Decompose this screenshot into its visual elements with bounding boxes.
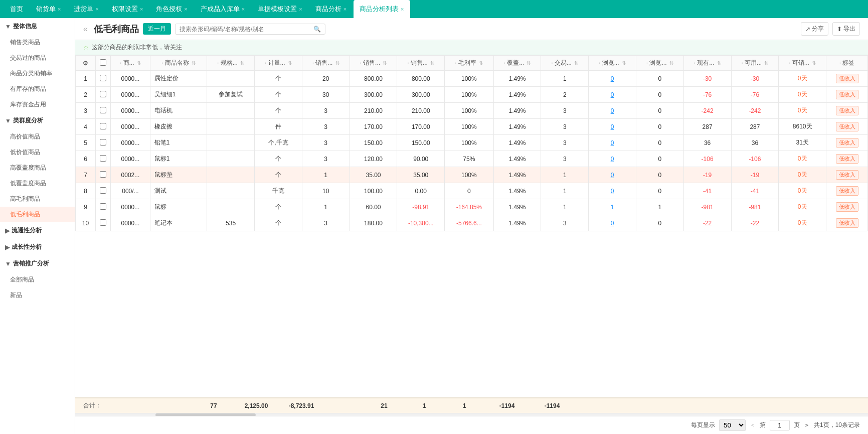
row-checkbox-cell[interactable] xyxy=(96,215,111,231)
nav-roles[interactable]: 角色授权 × xyxy=(150,0,193,18)
row-current: -22 xyxy=(683,215,731,231)
row-checkbox-cell[interactable] xyxy=(96,103,111,119)
sidebar-item-high-margin[interactable]: 高毛利商品 xyxy=(0,191,75,207)
row-view2: 0 xyxy=(636,183,683,199)
search-box: 🔍 xyxy=(175,24,325,35)
sidebar-item-stock-products[interactable]: 有库存的商品 xyxy=(0,81,75,97)
col-margin[interactable]: · 毛利率 ⇅ xyxy=(445,56,493,71)
sort-trade-icon: ⇅ xyxy=(574,60,578,66)
sidebar-item-high-coverage[interactable]: 高覆盖度商品 xyxy=(0,160,75,176)
row-checkbox[interactable] xyxy=(100,123,106,129)
next-page-btn[interactable]: ＞ xyxy=(804,421,810,429)
col-current[interactable]: · 现有... ⇅ xyxy=(683,56,731,71)
col-spec[interactable]: · 规格... ⇅ xyxy=(207,56,255,71)
nav-close-products-in[interactable]: × xyxy=(242,6,245,12)
row-checkbox[interactable] xyxy=(100,155,106,162)
col-sales-price[interactable]: · 销售... ⇅ xyxy=(350,56,397,71)
search-icon[interactable]: 🔍 xyxy=(313,26,321,33)
nav-purchase[interactable]: 进货单 × xyxy=(68,0,104,18)
pagination: 每页显示 50 100 200 ＜ 第 页 ＞ 共1页，10条记录 xyxy=(75,416,868,434)
row-checkbox[interactable] xyxy=(100,91,106,97)
search-input[interactable] xyxy=(180,26,311,33)
per-page-select[interactable]: 50 100 200 xyxy=(719,419,746,431)
select-all-checkbox[interactable] xyxy=(100,59,106,66)
row-checkbox[interactable] xyxy=(100,203,106,210)
nav-close-product-analysis[interactable]: × xyxy=(343,6,346,12)
col-coverage[interactable]: · 覆盖... ⇅ xyxy=(493,56,541,71)
col-settings[interactable]: ⚙ xyxy=(76,56,96,71)
nav-close-purchase[interactable]: × xyxy=(95,6,98,12)
sidebar-item-stock-capital[interactable]: 库存资金占用 xyxy=(0,97,75,112)
sidebar-item-new-products[interactable]: 新品 xyxy=(0,287,75,303)
sidebar-item-low-coverage[interactable]: 低覆盖度商品 xyxy=(0,176,75,191)
row-checkbox[interactable] xyxy=(100,171,106,178)
page-input[interactable] xyxy=(770,420,790,430)
col-unit[interactable]: · 计量... ⇅ xyxy=(255,56,302,71)
row-checkbox[interactable] xyxy=(100,107,106,113)
row-checkbox[interactable] xyxy=(100,139,106,146)
nav-close-analysis-list[interactable]: × xyxy=(401,6,404,12)
nav-template[interactable]: 单据模板设置 × xyxy=(252,0,308,18)
row-no: 3 xyxy=(76,103,96,119)
date-filter-btn[interactable]: 近一月 xyxy=(143,23,171,35)
col-name[interactable]: · 商品名称 ⇅ xyxy=(150,56,207,71)
share-button[interactable]: ↗ 分享 xyxy=(801,22,828,36)
footer-trade xyxy=(324,402,364,409)
row-checkbox-cell[interactable] xyxy=(96,87,111,103)
prev-page-btn[interactable]: ＜ xyxy=(750,421,756,429)
col-sellable[interactable]: · 可销... ⇅ xyxy=(779,56,826,71)
row-checkbox-cell[interactable] xyxy=(96,151,111,167)
col-view2[interactable]: · 浏览... ⇅ xyxy=(636,56,683,71)
sidebar-item-traded-products[interactable]: 交易过的商品 xyxy=(0,50,75,66)
row-code: 0000... xyxy=(111,215,150,231)
nav-close-permissions[interactable]: × xyxy=(140,6,143,12)
nav-analysis-list[interactable]: 商品分析列表 × xyxy=(354,0,410,18)
nav-sales[interactable]: 销货单 × xyxy=(30,0,67,18)
row-name: 属性定价 xyxy=(150,71,207,87)
row-checkbox-cell[interactable] xyxy=(96,199,111,215)
row-sellable: 8610天 xyxy=(779,119,826,135)
row-checkbox[interactable] xyxy=(100,187,106,194)
row-checkbox-cell[interactable] xyxy=(96,135,111,151)
row-spec: 535 xyxy=(207,215,255,231)
col-available[interactable]: · 可用... ⇅ xyxy=(731,56,779,71)
row-checkbox-cell[interactable] xyxy=(96,119,111,135)
nav-home[interactable]: 首页 xyxy=(4,0,29,18)
collapse-sidebar-btn[interactable]: « xyxy=(83,25,88,34)
sidebar-item-high-value[interactable]: 高价值商品 xyxy=(0,129,75,144)
sidebar-item-sales-products[interactable]: 销售类商品 xyxy=(0,35,75,50)
row-coverage: 1.49% xyxy=(493,215,541,231)
row-checkbox-cell[interactable] xyxy=(96,167,111,183)
sidebar-group-cluster[interactable]: ▼ 类群度分析 xyxy=(0,112,75,129)
sidebar-item-low-value[interactable]: 低价值商品 xyxy=(0,144,75,160)
nav-close-roles[interactable]: × xyxy=(184,6,187,12)
sidebar-group-growth[interactable]: ▶ 成长性分析 xyxy=(0,239,75,255)
sidebar-group-overview[interactable]: ▼ 整体信息 xyxy=(0,18,75,35)
arrow-icon-cluster: ▼ xyxy=(5,117,11,124)
col-sales-qty[interactable]: · 销售... ⇅ xyxy=(302,56,350,71)
sidebar-group-marketing[interactable]: ▼ 营销推广分析 xyxy=(0,255,75,272)
sidebar-item-low-margin[interactable]: 低毛利商品 xyxy=(0,207,75,222)
row-checkbox[interactable] xyxy=(100,219,106,226)
nav-permissions[interactable]: 权限设置 × xyxy=(106,0,149,18)
col-trade[interactable]: · 交易... ⇅ xyxy=(541,56,589,71)
col-tag[interactable]: · 标签 xyxy=(826,56,868,71)
col-sales-profit[interactable]: · 销售... ⇅ xyxy=(397,56,445,71)
nav-products-in[interactable]: 产成品入库单 × xyxy=(195,0,251,18)
nav-product-analysis[interactable]: 商品分析 × xyxy=(309,0,353,18)
row-checkbox-cell[interactable] xyxy=(96,71,111,87)
nav-close-template[interactable]: × xyxy=(299,6,302,12)
row-checkbox-cell[interactable] xyxy=(96,183,111,199)
sidebar-group-flow[interactable]: ▶ 流通性分析 xyxy=(0,222,75,239)
col-code[interactable]: · 商... ⇅ xyxy=(111,56,150,71)
row-spec xyxy=(207,135,255,151)
col-checkbox[interactable] xyxy=(96,56,111,71)
sidebar-item-all-products[interactable]: 全部商品 xyxy=(0,272,75,287)
sidebar-item-category-rate[interactable]: 商品分类助销率 xyxy=(0,66,75,81)
nav-close-sales[interactable]: × xyxy=(58,6,61,12)
row-tag: 低收入 xyxy=(826,87,868,103)
col-view1[interactable]: · 浏览... ⇅ xyxy=(589,56,636,71)
row-view1: 1 xyxy=(589,199,636,215)
export-button[interactable]: ⬆ 导出 xyxy=(832,22,860,36)
row-checkbox[interactable] xyxy=(100,75,106,81)
